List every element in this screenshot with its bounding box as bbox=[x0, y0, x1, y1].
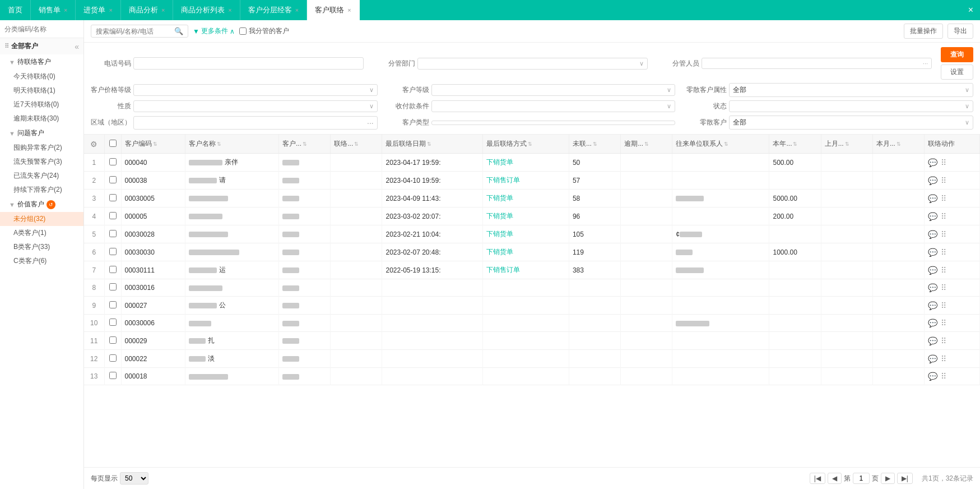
tab-customer-contact-close[interactable]: × bbox=[347, 7, 351, 13]
page-input[interactable] bbox=[853, 473, 870, 484]
my-customers-checkbox-label[interactable]: 我分管的客户 bbox=[239, 26, 289, 36]
tab-goods-list-close[interactable]: × bbox=[228, 7, 231, 13]
sidebar-a-class[interactable]: A类客户(1) bbox=[0, 226, 83, 240]
th-action[interactable]: 联络动作 bbox=[925, 135, 980, 154]
grid-action-icon[interactable]: ⠿ bbox=[941, 248, 946, 257]
th-contact[interactable]: 联络...⇅ bbox=[331, 135, 382, 154]
refresh-icon[interactable]: ↺ bbox=[47, 200, 55, 209]
cell-check[interactable] bbox=[104, 190, 121, 207]
th-checkbox[interactable] bbox=[104, 135, 121, 154]
grid-action-icon[interactable]: ⠿ bbox=[941, 176, 946, 185]
sidebar-problem-customers[interactable]: ▼ 问题客户 bbox=[0, 126, 83, 141]
grid-action-icon[interactable]: ⠿ bbox=[941, 158, 946, 167]
prev-page-btn[interactable]: ◀ bbox=[828, 473, 842, 484]
grid-action-icon[interactable]: ⠿ bbox=[941, 266, 946, 275]
customer-type-select[interactable] bbox=[431, 121, 676, 125]
th-not-contact[interactable]: 未联...⇅ bbox=[569, 135, 620, 154]
settings-icon[interactable]: ⚙ bbox=[90, 140, 97, 149]
row-checkbox[interactable] bbox=[109, 336, 117, 344]
chat-icon[interactable]: 💬 bbox=[928, 176, 937, 185]
region-dots[interactable]: ··· bbox=[367, 118, 374, 127]
th-last-method[interactable]: 最后联络方式⇅ bbox=[483, 135, 569, 154]
sidebar-tomorrow-contact[interactable]: 明天待联络(1) bbox=[0, 84, 83, 98]
first-page-btn[interactable]: |◀ bbox=[810, 473, 825, 484]
sidebar-waiting-contact[interactable]: ▼ 待联络客户 bbox=[0, 54, 83, 70]
sidebar-declining[interactable]: 持续下滑客户(2) bbox=[0, 183, 83, 197]
tab-sales[interactable]: 销售单 × bbox=[31, 0, 76, 20]
last-method-link[interactable]: 下销售订单 bbox=[486, 176, 520, 184]
chat-icon[interactable]: 💬 bbox=[928, 301, 937, 310]
cell-check[interactable] bbox=[104, 225, 121, 243]
window-close-icon[interactable]: × bbox=[962, 5, 980, 15]
tab-home[interactable]: 首页 bbox=[0, 0, 31, 20]
row-checkbox[interactable] bbox=[109, 283, 117, 290]
reset-button[interactable]: 设置 bbox=[941, 64, 973, 80]
cell-check[interactable] bbox=[104, 368, 121, 385]
cell-check[interactable] bbox=[104, 315, 121, 332]
grid-action-icon[interactable]: ⠿ bbox=[941, 372, 946, 381]
chat-icon[interactable]: 💬 bbox=[928, 230, 937, 239]
chat-icon[interactable]: 💬 bbox=[928, 248, 937, 257]
last-page-btn[interactable]: ▶| bbox=[897, 473, 913, 484]
region-select[interactable]: ··· bbox=[133, 116, 378, 130]
chat-icon[interactable]: 💬 bbox=[928, 372, 937, 381]
row-checkbox[interactable] bbox=[109, 319, 117, 326]
more-conditions-btn[interactable]: ▼ 更多条件 ∧ bbox=[193, 26, 235, 36]
sidebar-b-class[interactable]: B类客户(33) bbox=[0, 240, 83, 254]
sidebar-collapse-btn[interactable]: « bbox=[75, 42, 79, 51]
sidebar-churned[interactable]: 已流失客户(24) bbox=[0, 169, 83, 183]
per-page-select[interactable]: 50 20 100 bbox=[120, 472, 148, 485]
status-select[interactable]: ∨ bbox=[729, 100, 973, 112]
row-checkbox[interactable] bbox=[109, 354, 117, 362]
tab-goods-analysis[interactable]: 商品分析 × bbox=[121, 0, 173, 20]
chat-icon[interactable]: 💬 bbox=[928, 194, 937, 203]
sidebar-abnormal-purchase[interactable]: 囤购异常客户(2) bbox=[0, 141, 83, 155]
cell-check[interactable] bbox=[104, 332, 121, 350]
tab-purchase-close[interactable]: × bbox=[109, 7, 112, 13]
payment-select[interactable]: ∨ bbox=[431, 100, 676, 112]
tab-goods-analysis-close[interactable]: × bbox=[161, 7, 165, 13]
last-method-link[interactable]: 下销货单 bbox=[486, 248, 513, 256]
th-code[interactable]: 客户编码⇅ bbox=[121, 135, 185, 154]
chat-icon[interactable]: 💬 bbox=[928, 319, 937, 327]
export-button[interactable]: 导出 bbox=[948, 24, 973, 39]
tab-customer-segment[interactable]: 客户分层经客 × bbox=[240, 0, 307, 20]
th-name[interactable]: 客户名称⇅ bbox=[185, 135, 279, 154]
row-checkbox[interactable] bbox=[109, 372, 117, 379]
chat-icon[interactable]: 💬 bbox=[928, 354, 937, 363]
sidebar-ungroup[interactable]: 未分组(32) bbox=[0, 212, 83, 226]
sidebar-overdue-contact[interactable]: 逾期未联络(30) bbox=[0, 112, 83, 126]
chat-icon[interactable]: 💬 bbox=[928, 212, 937, 221]
phone-input[interactable] bbox=[133, 57, 364, 70]
cell-check[interactable] bbox=[104, 243, 121, 261]
cell-check[interactable] bbox=[104, 279, 121, 297]
filter-search-icon[interactable]: 🔍 bbox=[174, 27, 183, 35]
cell-check[interactable] bbox=[104, 350, 121, 368]
batch-ops-button[interactable]: 批量操作 bbox=[904, 24, 943, 39]
my-customers-checkbox[interactable] bbox=[239, 27, 247, 35]
th-last-month[interactable]: 上月...⇅ bbox=[821, 135, 872, 154]
retail-attr-select[interactable]: 全部 ∨ bbox=[729, 83, 973, 97]
last-method-link[interactable]: 下销货单 bbox=[486, 194, 513, 202]
th-partner[interactable]: 往来单位联系人⇅ bbox=[672, 135, 769, 154]
filter-search-input[interactable] bbox=[96, 27, 174, 35]
tab-purchase[interactable]: 进货单 × bbox=[76, 0, 120, 20]
chat-icon[interactable]: 💬 bbox=[928, 283, 937, 292]
sidebar-all-customers[interactable]: ⠿ 全部客户 « bbox=[0, 38, 83, 54]
dept-select[interactable]: ∨ bbox=[417, 58, 648, 70]
manager-select[interactable]: ··· bbox=[702, 58, 932, 69]
row-checkbox[interactable] bbox=[109, 176, 117, 183]
cell-check[interactable] bbox=[104, 261, 121, 279]
last-method-link[interactable]: 下销货单 bbox=[486, 212, 513, 220]
grid-action-icon[interactable]: ⠿ bbox=[941, 230, 946, 239]
price-level-select[interactable]: ∨ bbox=[133, 84, 378, 96]
last-method-link[interactable]: 下销售订单 bbox=[486, 266, 520, 274]
gender-select[interactable]: ∨ bbox=[133, 100, 378, 112]
retail-customer-select[interactable]: 全部 ∨ bbox=[729, 116, 973, 130]
query-button[interactable]: 查询 bbox=[941, 47, 973, 62]
row-checkbox[interactable] bbox=[109, 266, 117, 273]
customer-level-select[interactable]: ∨ bbox=[431, 84, 676, 96]
select-all-checkbox[interactable] bbox=[109, 140, 117, 147]
cell-check[interactable] bbox=[104, 154, 121, 172]
grid-action-icon[interactable]: ⠿ bbox=[941, 194, 946, 203]
